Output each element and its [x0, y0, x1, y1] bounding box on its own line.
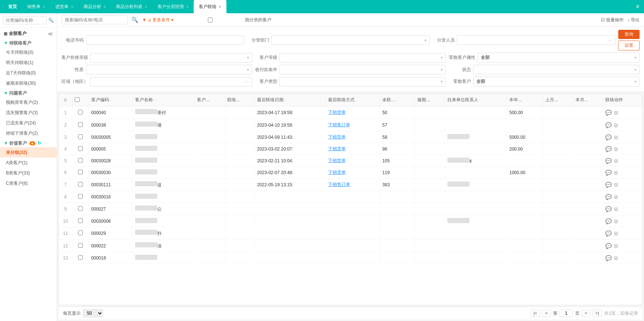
message-icon[interactable]: 💬	[605, 158, 612, 164]
message-icon[interactable]: 💬	[605, 110, 612, 116]
row-checkbox-cell[interactable]	[72, 143, 89, 155]
message-icon[interactable]: 💬	[605, 134, 612, 140]
sidebar-item-declining[interactable]: 持续下滑客户(2)	[0, 128, 57, 138]
last-contact-method[interactable]: 下销货单	[325, 143, 380, 155]
row-checkbox-cell[interactable]	[72, 240, 89, 252]
last-contact-method[interactable]: 下销售订单	[325, 179, 380, 191]
first-page-btn[interactable]: |<	[531, 310, 540, 317]
sidebar-item-7days-pending[interactable]: 近7天待联络(0)	[0, 68, 57, 78]
row-checkbox-cell[interactable]	[72, 131, 89, 143]
close-icon[interactable]: ×	[186, 4, 189, 9]
message-icon[interactable]: 💬	[605, 122, 612, 128]
next-page-btn[interactable]: >	[582, 310, 590, 317]
row-checkbox[interactable]	[78, 194, 83, 199]
region-select[interactable]: ···	[90, 77, 252, 87]
row-checkbox[interactable]	[78, 206, 83, 211]
row-checkbox-cell[interactable]	[72, 215, 89, 227]
last-contact-method[interactable]: 下销货单	[325, 106, 380, 119]
grid-icon[interactable]: ⊞	[614, 255, 618, 261]
row-checkbox[interactable]	[78, 146, 83, 151]
row-checkbox[interactable]	[78, 122, 83, 127]
collapse-icon[interactable]: ≪	[47, 31, 53, 37]
gender-select[interactable]: ▾	[86, 65, 252, 74]
message-icon[interactable]: 💬	[605, 243, 612, 249]
sidebar-search-icon[interactable]: 🔍	[48, 18, 54, 23]
row-checkbox-cell[interactable]	[72, 252, 89, 264]
last-page-btn[interactable]: >|	[592, 310, 602, 317]
grid-icon[interactable]: ⊞	[614, 122, 618, 128]
row-checkbox[interactable]	[78, 170, 83, 174]
last-contact-method[interactable]: 下销货单	[325, 167, 380, 179]
sidebar-item-c-class[interactable]: C类客户(6)	[0, 178, 57, 188]
row-checkbox-cell[interactable]	[72, 155, 89, 167]
payment-select[interactable]: ▾	[279, 65, 446, 74]
grid-icon[interactable]: ⊞	[614, 170, 618, 176]
row-checkbox-cell[interactable]	[72, 203, 89, 215]
contact-method-link[interactable]: 下销售订单	[328, 122, 350, 127]
reset-button[interactable]: 设置	[618, 40, 640, 50]
message-icon[interactable]: 💬	[605, 194, 612, 200]
tab-home[interactable]: 首页	[3, 0, 22, 13]
grid-icon[interactable]: ⊞	[614, 110, 618, 116]
row-checkbox[interactable]	[78, 158, 83, 163]
close-icon[interactable]: ×	[219, 4, 221, 9]
message-icon[interactable]: 💬	[605, 218, 612, 224]
close-icon[interactable]: ×	[43, 4, 45, 9]
row-checkbox-cell[interactable]	[72, 191, 89, 203]
last-date-col-header[interactable]: 最后联络日期	[255, 94, 326, 106]
tab-product-analysis-list[interactable]: 商品分析列表 ×	[111, 0, 152, 13]
tab-sales[interactable]: 销售单 ×	[22, 0, 50, 13]
tab-customer-contact[interactable]: 客户联络 ×	[194, 0, 226, 13]
row-checkbox[interactable]	[78, 218, 83, 223]
close-icon[interactable]: ×	[145, 4, 147, 9]
all-customers-header[interactable]: ⊞ 全部客户 ≪	[0, 28, 57, 38]
row-checkbox[interactable]	[78, 255, 83, 260]
sidebar-item-tomorrow-pending[interactable]: 明天待联络(1)	[0, 57, 57, 68]
grid-icon[interactable]: ⊞	[614, 134, 618, 140]
sidebar-search-input[interactable]	[3, 16, 47, 24]
my-customers-checkbox[interactable]: 我分管的客户	[177, 17, 271, 23]
sidebar-item-overdue-contact[interactable]: 逾期未联络(30)	[0, 78, 57, 88]
contact-method-link[interactable]: 下销售订单	[328, 182, 350, 187]
page-size-select[interactable]: 50 100 200	[83, 309, 103, 317]
retail-attr-select[interactable]: 全部▾	[478, 53, 640, 63]
grid-icon[interactable]: ⊞	[614, 194, 618, 200]
sidebar-item-churn-warning[interactable]: 流失预警客户(3)	[0, 107, 57, 118]
grid-icon[interactable]: ⊞	[614, 206, 618, 212]
dots-icon[interactable]: ···	[245, 79, 249, 84]
my-customers-check[interactable]	[177, 18, 243, 22]
department-select[interactable]: ▾	[271, 35, 430, 45]
more-conditions-btn[interactable]: ▼ ⊿ 更多条件 ▾	[142, 17, 173, 23]
row-checkbox-cell[interactable]	[72, 106, 89, 119]
row-checkbox[interactable]	[78, 110, 83, 114]
tab-customer-segment[interactable]: 客户分层经营 ×	[152, 0, 194, 13]
settings-col-header[interactable]: ⚙	[59, 94, 72, 106]
grid-icon[interactable]: ⊞	[614, 218, 618, 224]
message-icon[interactable]: 💬	[605, 170, 612, 176]
last-contact-method[interactable]: 下销货单	[325, 155, 380, 167]
sidebar-item-hoarding-abnormal[interactable]: 囤购异常客户(2)	[0, 97, 57, 107]
manager-select[interactable]: ···	[457, 35, 615, 45]
contact-method-link[interactable]: 下销货单	[328, 170, 346, 175]
message-icon[interactable]: 💬	[605, 255, 612, 261]
page-number-input[interactable]	[560, 310, 573, 317]
row-checkbox[interactable]	[78, 134, 83, 139]
close-icon[interactable]: ×	[71, 4, 73, 9]
customer-level-select[interactable]: ▾	[279, 53, 446, 63]
row-checkbox[interactable]	[78, 243, 83, 248]
message-icon[interactable]: 💬	[605, 146, 612, 152]
export-btn[interactable]: ↓ 导出	[627, 17, 640, 23]
prev-page-btn[interactable]: <	[542, 310, 551, 317]
name-col-header[interactable]: 客户名称	[133, 94, 194, 106]
row-checkbox[interactable]	[78, 230, 83, 235]
row-checkbox-cell[interactable]	[72, 227, 89, 240]
phone-input[interactable]	[86, 35, 244, 45]
row-checkbox-cell[interactable]	[72, 167, 89, 179]
more-icon[interactable]: ···	[608, 38, 612, 43]
grid-icon[interactable]: ⊞	[614, 158, 618, 164]
tab-product-analysis[interactable]: 商品分析 ×	[78, 0, 111, 13]
checkbox-col-header[interactable]	[72, 94, 89, 106]
last-contact-method[interactable]: 下销货单	[325, 131, 380, 143]
query-button[interactable]: 查询	[618, 30, 640, 39]
row-checkbox-cell[interactable]	[72, 179, 89, 191]
